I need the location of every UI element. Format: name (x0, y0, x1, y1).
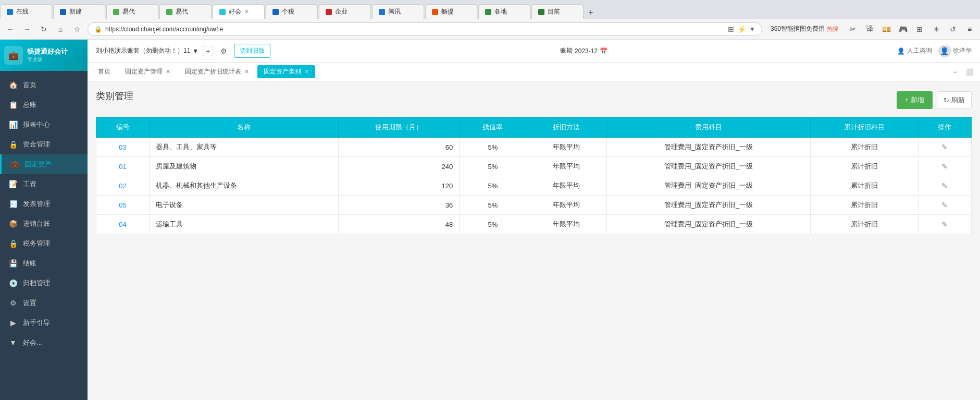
cell-code-4[interactable]: 04 (96, 215, 150, 234)
browser-tab-7[interactable]: 企业 (319, 4, 371, 19)
sidebar-label-invoice: 发票管理 (23, 199, 50, 209)
sidebar-item-reports[interactable]: 📊 报表中心 (0, 115, 88, 135)
edit-icon-1[interactable]: ✎ (941, 162, 948, 171)
tab-label-8: 腾讯 (388, 7, 401, 16)
cell-method-1: 年限平均 (526, 157, 606, 176)
close-fixedmgmt-tab[interactable]: ✕ (166, 68, 170, 75)
devices-icon[interactable]: ⊞ (728, 25, 734, 33)
menu-icon[interactable]: ≡ (963, 23, 976, 35)
cell-action-0[interactable]: ✎ (918, 138, 971, 157)
cell-method-3: 年限平均 (526, 196, 606, 215)
browser-tab-10[interactable]: 各地 (478, 4, 530, 19)
browser-tab-1[interactable]: 在线 (0, 4, 52, 19)
sidebar-label-archive: 归档管理 (23, 278, 50, 288)
switch-version-button[interactable]: 切到旧版 (234, 44, 270, 58)
user-info[interactable]: 刘小艳演示账套（勿删勿动！）11 ▼ (96, 46, 199, 55)
reload-button[interactable]: ↻ (38, 23, 50, 35)
sidebar-item-invoice[interactable]: 🧾 发票管理 (0, 194, 88, 214)
service-area[interactable]: 👤 人工咨询 (897, 46, 932, 55)
edit-icon-2[interactable]: ✎ (941, 181, 948, 190)
breadcrumb-tab-depreciation[interactable]: 固定资产折旧统计表 ✕ (179, 65, 255, 78)
sidebar-item-home[interactable]: 🏠 首页 (0, 75, 88, 95)
edit-icon-4[interactable]: ✎ (941, 220, 948, 228)
col-header-method: 折旧方法 (526, 117, 606, 138)
topbar-settings-button[interactable]: ⚙ (217, 45, 230, 57)
brightness-icon[interactable]: ☀ (930, 23, 942, 35)
sidebar-item-settlement[interactable]: 💾 结账 (0, 253, 88, 273)
sidebar-label-home: 首页 (23, 80, 36, 90)
browser-tab-4[interactable]: 易代 (159, 4, 212, 19)
cell-action-4[interactable]: ✎ (918, 215, 971, 234)
username-text: 徐泽华 (953, 46, 972, 55)
tab-favicon-5 (219, 9, 226, 15)
data-table: 编号 名称 使用期限（月） 残值率 折旧方法 费用科目 累计折旧科目 操作 03 (96, 117, 972, 234)
breadcrumb-category-label: 固定资产类别 (264, 67, 301, 76)
browser-tab-6[interactable]: 个税 (266, 4, 318, 19)
guide-icon: ▶ (8, 318, 18, 328)
sidebar-label-payroll: 工资 (23, 179, 36, 189)
logo-sub: 专业版 (27, 56, 68, 63)
sidebar-item-tax[interactable]: 🔒 税务管理 (0, 234, 88, 253)
cell-code-1[interactable]: 01 (96, 157, 150, 176)
grid-icon[interactable]: ⊞ (913, 23, 926, 35)
home-button[interactable]: ⌂ (54, 23, 67, 35)
cell-code-0[interactable]: 03 (96, 138, 150, 157)
table-row: 05 电子设备 36 5% 年限平均 管理费用_固定资产折旧_一级 累计折旧 ✎ (96, 196, 972, 215)
cell-action-2[interactable]: ✎ (918, 176, 971, 196)
sidebar-item-ledger[interactable]: 📋 总账 (0, 95, 88, 115)
tax-icon: 🔒 (8, 239, 18, 248)
cell-expense-4: 管理费用_固定资产折旧_一级 (606, 215, 811, 234)
sidebar-item-payroll[interactable]: 📝 工资 (0, 174, 88, 194)
user-area[interactable]: 👤 徐泽华 (938, 45, 972, 57)
scissors-icon[interactable]: ✂ (847, 23, 859, 35)
breadcrumb-tab-category[interactable]: 固定资产类别 ✕ (257, 65, 315, 78)
sidebar-item-more[interactable]: ▼ 好会... (0, 333, 88, 353)
search-area[interactable]: 360智能抠图免费用 热搜 (766, 25, 842, 33)
browser-tab-11[interactable]: 目前 (531, 4, 584, 19)
add-button[interactable]: + 新增 (897, 91, 933, 109)
maximize-button[interactable]: ⬜ (963, 66, 976, 78)
edit-icon-3[interactable]: ✎ (941, 201, 948, 209)
tab-close-5[interactable]: ✕ (244, 8, 249, 15)
url-bar[interactable]: 🔒 https://cloud.chanjet.com/accounting/u… (88, 22, 762, 36)
edit-icon-0[interactable]: ✎ (941, 143, 948, 151)
cell-action-3[interactable]: ✎ (918, 196, 971, 215)
browser-tab-2[interactable]: 新建 (53, 4, 105, 19)
undo-icon[interactable]: ↺ (947, 23, 959, 35)
game-icon[interactable]: 🎮 (897, 23, 909, 35)
cell-code-2[interactable]: 02 (96, 176, 150, 196)
refresh-button[interactable]: ↻ 刷新 (937, 91, 972, 109)
sidebar-item-guide[interactable]: ▶ 新手引导 (0, 313, 88, 333)
breadcrumb-tab-fixed-mgmt[interactable]: 固定资产管理 ✕ (119, 65, 177, 78)
cell-code-3[interactable]: 05 (96, 196, 150, 215)
cell-action-1[interactable]: ✎ (918, 157, 971, 176)
sidebar-item-archive[interactable]: 💿 归档管理 (0, 273, 88, 293)
expand-icon[interactable]: ▼ (749, 26, 755, 33)
browser-tab-5[interactable]: 好会 ✕ (213, 4, 265, 19)
tab-label-1: 在线 (16, 7, 29, 16)
forward-button[interactable]: → (21, 23, 33, 35)
sidebar-item-settings[interactable]: ⚙ 设置 (0, 293, 88, 313)
topbar-add-button[interactable]: + (203, 46, 213, 56)
close-depreciation-tab[interactable]: ✕ (244, 68, 249, 75)
reports-icon: 📊 (8, 120, 18, 129)
close-category-tab[interactable]: ✕ (304, 68, 309, 75)
breadcrumb-tab-home[interactable]: 首页 (92, 65, 117, 78)
browser-tab-8[interactable]: 腾讯 (372, 4, 424, 19)
back-button[interactable]: ← (4, 23, 17, 35)
sidebar-label-fixed: 固定资产 (24, 160, 52, 169)
wallet-icon[interactable]: 💴 (880, 23, 892, 35)
sidebar-item-fund[interactable]: 🔒 资金管理 (0, 135, 88, 154)
tab-label-6: 个税 (282, 7, 294, 16)
minimize-button[interactable]: − (949, 66, 961, 78)
bookmark-button[interactable]: ☆ (71, 23, 83, 35)
new-tab-button[interactable]: + (585, 6, 597, 19)
browser-tab-9[interactable]: 畅提 (425, 4, 477, 19)
sidebar-item-inventory[interactable]: 📦 进销台账 (0, 214, 88, 234)
browser-tab-3[interactable]: 易代 (106, 4, 158, 19)
translate-icon[interactable]: 译 (863, 23, 876, 35)
lightning-icon[interactable]: ⚡ (737, 25, 746, 33)
calendar-icon[interactable]: 📅 (600, 47, 607, 55)
sidebar-label-ledger: 总账 (23, 100, 36, 110)
sidebar-item-fixed[interactable]: 💼 固定资产 (0, 154, 88, 174)
